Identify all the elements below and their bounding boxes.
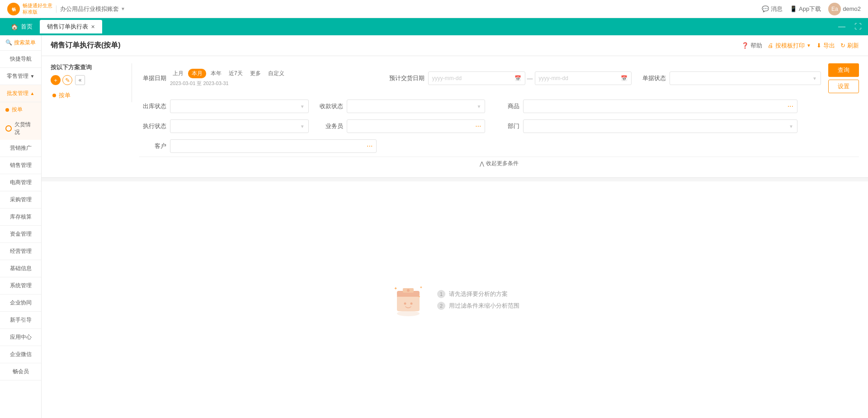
sidebar-item-ecommerce[interactable]: 电商管理 — [0, 174, 41, 191]
date-tabs: 上月 本月 本年 近7天 更多 自定义 — [170, 69, 382, 78]
print-template-button[interactable]: 🖨 按模板打印 ▼ — [768, 42, 811, 50]
refresh-icon: ↻ — [840, 42, 845, 49]
scheme-item-order[interactable]: 按单 — [51, 89, 126, 102]
date-tab-last-month[interactable]: 上月 — [170, 69, 186, 78]
empty-state: ✦ ✦ ✦ 1 请先选择要分析的方案 2 用过滤条件来缩小分析范围 — [42, 181, 868, 418]
minimize-window-button[interactable]: — — [835, 20, 848, 33]
collection-status-arrow-icon: ▼ — [477, 104, 481, 109]
scheme-collapse-button[interactable]: « — [75, 75, 85, 85]
sidebar-item-marketing[interactable]: 营销推广 — [0, 140, 41, 157]
department-select[interactable]: ▼ — [523, 119, 797, 133]
sidebar-item-retail[interactable]: 零售管理 ▼ — [0, 68, 41, 85]
nav-right-actions: — ⛶ — [835, 20, 864, 33]
export-label: 导出 — [823, 42, 835, 50]
date-tab-this-year[interactable]: 本年 — [208, 69, 224, 78]
filter-item-collection-status: 收款状态 ▼ — [316, 100, 486, 113]
nav-tabs: 🏠 首页 销售订单执行表 ✕ — ⛶ — [0, 18, 868, 35]
logo-icon: 畅 — [7, 3, 20, 15]
sidebar-item-purchase[interactable]: 采购管理 — [0, 191, 41, 209]
settings-button[interactable]: 设置 — [828, 80, 859, 93]
collection-status-select[interactable]: ▼ — [347, 100, 486, 113]
tab-home[interactable]: 🏠 首页 — [4, 20, 40, 33]
date-tab-this-month[interactable]: 本月 — [188, 69, 206, 78]
scheme-actions: + ✎ — [51, 75, 72, 85]
sidebar-item-wechat[interactable]: 企业微信 — [0, 346, 41, 363]
search-icon: 🔍 — [5, 39, 12, 46]
page-header: 销售订单执行表(按单) ❓ 帮助 🖨 按模板打印 ▼ ⬇ 导出 ↻ 刷新 — [42, 35, 868, 56]
salesperson-more-icon: ··· — [475, 122, 481, 130]
main-layout: 🔍 搜索菜单 快捷导航 零售管理 ▼ 批发管理 ▲ 按单 欠货情况 营销推广 销… — [0, 35, 868, 418]
sidebar-quick-nav[interactable]: 快捷导航 — [0, 51, 41, 68]
customer-select[interactable]: ··· — [170, 139, 377, 153]
export-button[interactable]: ⬇ 导出 — [816, 42, 835, 50]
goods-select[interactable]: ··· — [523, 100, 797, 113]
date-tab-more[interactable]: 更多 — [247, 69, 264, 78]
top-bar-right: 💬 消息 📱 App下载 Ea demo2 — [762, 3, 861, 15]
app-download-button[interactable]: 📱 App下载 — [790, 5, 821, 13]
close-tab-icon[interactable]: ✕ — [91, 24, 95, 30]
sidebar-item-basic[interactable]: 基础信息 — [0, 260, 41, 277]
svg-point-9 — [410, 302, 413, 304]
query-button[interactable]: 查询 — [828, 63, 859, 77]
tab-home-label: 首页 — [21, 23, 33, 31]
out-status-arrow-icon: ▼ — [300, 104, 305, 109]
sidebar-search[interactable]: 🔍 搜索菜单 — [0, 35, 41, 51]
export-icon: ⬇ — [816, 42, 821, 49]
sidebar-item-order[interactable]: 按单 — [0, 102, 41, 117]
scheme-edit-button[interactable]: ✎ — [62, 75, 72, 85]
filter-scheme-section: 按以下方案查询 + ✎ « — [51, 63, 132, 102]
user-menu-button[interactable]: Ea demo2 — [828, 3, 861, 15]
delivery-date-end[interactable]: yyyy-mm-dd 📅 — [535, 71, 632, 85]
calendar-end-icon: 📅 — [621, 75, 627, 81]
delivery-date-label: 预计交货日期 — [389, 74, 425, 82]
sidebar-item-app-center[interactable]: 应用中心 — [0, 329, 41, 346]
refresh-button[interactable]: ↻ 刷新 — [840, 42, 859, 50]
circle-icon — [5, 125, 12, 132]
maximize-window-button[interactable]: ⛶ — [852, 20, 864, 33]
tip-num-2: 2 — [437, 302, 445, 310]
filter-row-1: 单据日期 上月 本月 本年 近7天 更多 自定义 — [139, 63, 859, 93]
date-tab-last7[interactable]: 近7天 — [226, 69, 245, 78]
filter-item-department: 部门 ▼ — [492, 119, 797, 133]
scheme-add-button[interactable]: + — [51, 75, 61, 85]
svg-text:✦: ✦ — [418, 295, 420, 298]
out-status-select[interactable]: ▼ — [170, 100, 309, 113]
sidebar: 🔍 搜索菜单 快捷导航 零售管理 ▼ 批发管理 ▲ 按单 欠货情况 营销推广 销… — [0, 35, 42, 418]
sidebar-item-newbie[interactable]: 新手引导 — [0, 312, 41, 329]
filter-item-doc-status: 单据状态 ▼ — [639, 71, 821, 85]
sidebar-item-finance[interactable]: 资金管理 — [0, 226, 41, 243]
customer-more-icon: ··· — [367, 142, 373, 150]
doc-status-select[interactable]: ▼ — [670, 71, 821, 85]
date-tab-custom[interactable]: 自定义 — [265, 69, 287, 78]
filter-section-row: 按以下方案查询 + ✎ « — [51, 63, 859, 170]
exec-status-select[interactable]: ▼ — [170, 119, 309, 133]
sidebar-item-inventory[interactable]: 库存核算 — [0, 209, 41, 226]
message-button[interactable]: 💬 消息 — [762, 5, 783, 13]
svg-text:✦: ✦ — [394, 286, 397, 291]
salesperson-select[interactable]: ··· — [347, 119, 486, 133]
help-button[interactable]: ❓ 帮助 — [741, 42, 762, 50]
sidebar-item-sales[interactable]: 销售管理 — [0, 157, 41, 174]
tip-num-1: 1 — [437, 290, 445, 298]
sidebar-item-enterprise[interactable]: 企业协同 — [0, 294, 41, 312]
calendar-start-icon: 📅 — [514, 75, 521, 81]
tab-sales-exec[interactable]: 销售订单执行表 ✕ — [40, 20, 102, 33]
collection-status-label: 收款状态 — [316, 102, 343, 110]
help-icon: ❓ — [741, 42, 749, 49]
sidebar-item-system[interactable]: 系统管理 — [0, 277, 41, 294]
sidebar-item-member[interactable]: 畅会员 — [0, 363, 41, 380]
sidebar-item-wholesale[interactable]: 批发管理 ▲ — [0, 85, 41, 102]
edit-icon: ✎ — [65, 77, 70, 84]
sidebar-item-debt[interactable]: 欠货情况 — [0, 117, 41, 140]
breadcrumb[interactable]: 办公用品行业模拟账套 ▼ — [60, 5, 125, 13]
svg-point-6 — [407, 289, 410, 292]
exec-status-arrow-icon: ▼ — [300, 124, 305, 129]
delivery-date-start[interactable]: yyyy-mm-dd 📅 — [428, 71, 525, 85]
collapse-more-button[interactable]: ⋀ 收起更多条件 — [480, 160, 519, 167]
sidebar-item-operation[interactable]: 经营管理 — [0, 243, 41, 260]
doc-status-arrow-icon: ▼ — [812, 76, 817, 81]
filter-item-out-status: 出库状态 ▼ — [139, 100, 309, 113]
tab-sales-exec-label: 销售订单执行表 — [47, 23, 88, 31]
exec-status-label: 执行状态 — [139, 122, 166, 130]
customer-label: 客户 — [139, 142, 166, 150]
